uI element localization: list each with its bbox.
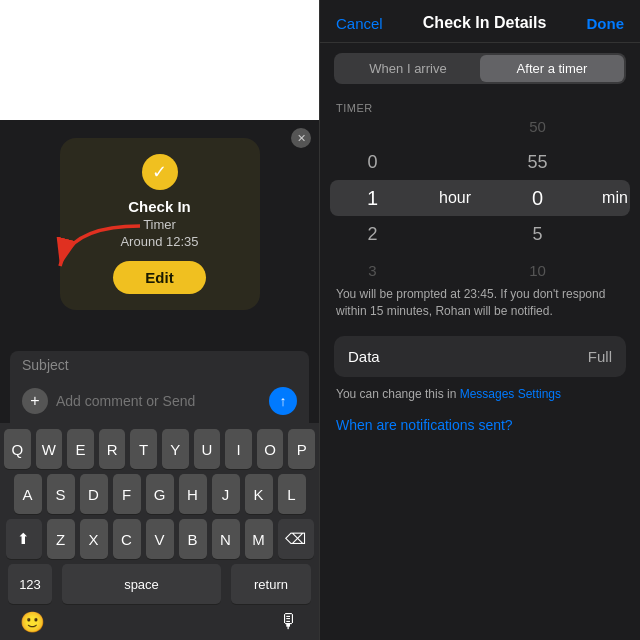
picker-item <box>425 144 485 180</box>
subject-bar: Subject <box>10 351 309 379</box>
picker-item <box>425 252 485 278</box>
key-n[interactable]: N <box>212 519 240 559</box>
key-s[interactable]: S <box>47 474 75 514</box>
key-shift[interactable]: ⬆ <box>6 519 42 559</box>
picker-item <box>590 252 640 278</box>
card-subtitle: Timer <box>143 217 176 232</box>
key-space[interactable]: space <box>62 564 221 604</box>
key-numbers[interactable]: 123 <box>8 564 52 604</box>
subject-label: Subject <box>22 357 69 373</box>
picker-selected-hour: 1 <box>320 180 425 216</box>
pickers-row: 0 1 2 3 4 hour 45 50 55 0 <box>320 118 640 278</box>
notifications-link[interactable]: When are notifications sent? <box>320 409 640 441</box>
top-image-area <box>0 0 319 120</box>
right-header: Cancel Check In Details Done <box>320 0 640 43</box>
key-t[interactable]: T <box>130 429 157 469</box>
settings-note-text: You can change this in <box>336 387 460 401</box>
key-b[interactable]: B <box>179 519 207 559</box>
keyboard: Q W E R T Y U I O P A S D F G H J K L ⬆ … <box>0 423 319 640</box>
keyboard-icon-row: 🙂 🎙 <box>4 604 315 636</box>
data-label: Data <box>348 348 380 365</box>
key-y[interactable]: Y <box>162 429 189 469</box>
key-k[interactable]: K <box>245 474 273 514</box>
segment-when-i-arrive[interactable]: When I arrive <box>336 55 480 82</box>
keyboard-row-3: ⬆ Z X C V B N M ⌫ <box>4 519 315 559</box>
dictation-icon[interactable]: 🎙 <box>279 610 299 634</box>
picker-item: 50 <box>485 118 590 144</box>
key-e[interactable]: E <box>67 429 94 469</box>
key-u[interactable]: U <box>194 429 221 469</box>
key-i[interactable]: I <box>225 429 252 469</box>
key-f[interactable]: F <box>113 474 141 514</box>
picker-item: 10 <box>485 252 590 278</box>
key-delete[interactable]: ⌫ <box>278 519 314 559</box>
hour-label: hour <box>425 180 485 216</box>
right-panel: Cancel Check In Details Done When I arri… <box>320 0 640 640</box>
picker-item: 0 <box>320 144 425 180</box>
data-row: Data Full <box>334 336 626 377</box>
key-c[interactable]: C <box>113 519 141 559</box>
compose-bar: + ↑ <box>10 379 309 423</box>
min-label-col: min <box>590 118 640 278</box>
key-r[interactable]: R <box>99 429 126 469</box>
key-x[interactable]: X <box>80 519 108 559</box>
key-v[interactable]: V <box>146 519 174 559</box>
picker-item <box>425 118 485 144</box>
left-panel: ✕ ✓ Check In Timer Around 12:35 Edit Sub… <box>0 0 320 640</box>
page-title: Check In Details <box>423 14 547 32</box>
key-l[interactable]: L <box>278 474 306 514</box>
picker-item: 5 <box>485 216 590 252</box>
picker-item <box>590 216 640 252</box>
card-title: Check In <box>128 198 191 215</box>
key-m[interactable]: M <box>245 519 273 559</box>
picker-item: 2 <box>320 216 425 252</box>
check-icon: ✓ <box>142 154 178 190</box>
emoji-icon[interactable]: 🙂 <box>20 610 45 634</box>
segment-control: When I arrive After a timer <box>334 53 626 84</box>
segment-after-timer[interactable]: After a timer <box>480 55 624 82</box>
data-value: Full <box>588 348 612 365</box>
minutes-picker-col[interactable]: 45 50 55 0 5 10 15 <box>485 118 590 278</box>
key-return[interactable]: return <box>231 564 311 604</box>
settings-note: You can change this in Messages Settings <box>320 385 640 409</box>
keyboard-row-bottom: 123 space return <box>4 564 315 604</box>
keyboard-row-1: Q W E R T Y U I O P <box>4 429 315 469</box>
picker-item <box>425 216 485 252</box>
done-button[interactable]: Done <box>587 15 625 32</box>
hour-label-col: hour <box>425 118 485 278</box>
close-button[interactable]: ✕ <box>291 128 311 148</box>
key-j[interactable]: J <box>212 474 240 514</box>
edit-button[interactable]: Edit <box>113 261 205 294</box>
key-d[interactable]: D <box>80 474 108 514</box>
key-q[interactable]: Q <box>4 429 31 469</box>
picker-selected-min: 0 <box>485 180 590 216</box>
add-attachment-button[interactable]: + <box>22 388 48 414</box>
compose-input[interactable] <box>56 393 261 409</box>
key-w[interactable]: W <box>36 429 63 469</box>
send-button[interactable]: ↑ <box>269 387 297 415</box>
key-p[interactable]: P <box>288 429 315 469</box>
notification-text: You will be prompted at 23:45. If you do… <box>320 278 640 328</box>
key-o[interactable]: O <box>257 429 284 469</box>
picker-item: 55 <box>485 144 590 180</box>
check-in-card: ✓ Check In Timer Around 12:35 Edit <box>60 138 260 310</box>
messages-settings-link[interactable]: Messages Settings <box>460 387 561 401</box>
key-h[interactable]: H <box>179 474 207 514</box>
picker-item <box>590 118 640 144</box>
key-z[interactable]: Z <box>47 519 75 559</box>
message-area: ✕ ✓ Check In Timer Around 12:35 Edit <box>0 120 319 341</box>
timer-picker[interactable]: 0 1 2 3 4 hour 45 50 55 0 <box>320 118 640 278</box>
picker-item <box>590 144 640 180</box>
card-time: Around 12:35 <box>120 234 198 249</box>
picker-item: 3 <box>320 252 425 278</box>
key-a[interactable]: A <box>14 474 42 514</box>
keyboard-row-2: A S D F G H J K L <box>4 474 315 514</box>
timer-section-label: TIMER <box>320 94 640 118</box>
cancel-button[interactable]: Cancel <box>336 15 383 32</box>
picker-item <box>320 118 425 144</box>
key-g[interactable]: G <box>146 474 174 514</box>
hours-picker-col[interactable]: 0 1 2 3 4 <box>320 118 425 278</box>
min-label: min <box>590 180 640 216</box>
